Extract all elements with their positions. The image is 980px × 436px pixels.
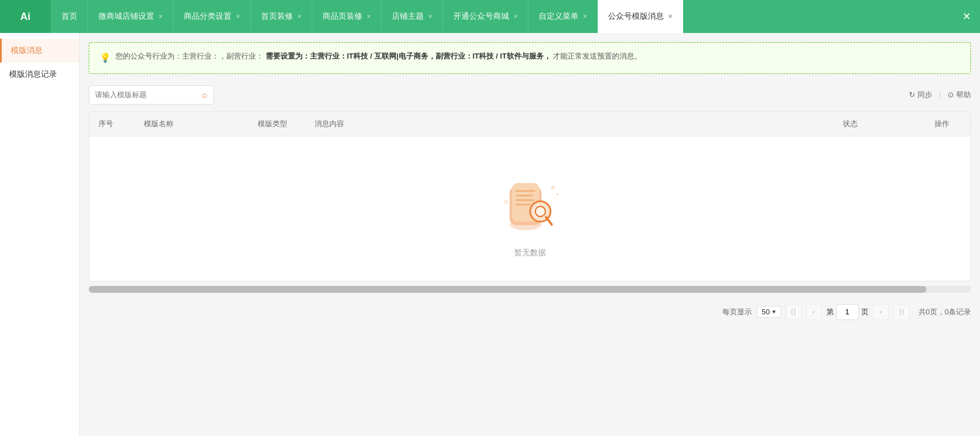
divider: | <box>939 90 941 99</box>
tab-close-home-decor[interactable]: × <box>297 13 301 20</box>
tab-shop-theme[interactable]: 店铺主题× <box>382 0 443 33</box>
tabs-container: 首页微商城店铺设置×商品分类设置×首页装修×商品页装修×店铺主题×开通公众号商城… <box>51 0 953 33</box>
chevron-down-icon: ▾ <box>772 308 776 315</box>
last-page-button[interactable]: ⟩⟩ <box>894 304 909 320</box>
prev-page-button[interactable]: ‹ <box>806 304 822 320</box>
sync-button[interactable]: ↻ 同步 <box>909 90 932 100</box>
app-logo: Ai <box>0 0 51 33</box>
tab-close-product-decor[interactable]: × <box>367 13 371 20</box>
col-header-status: 状态 <box>834 112 913 136</box>
tab-product-decor[interactable]: 商品页装修× <box>312 0 382 33</box>
svg-point-12 <box>556 193 559 196</box>
page-suffix: 页 <box>861 307 869 317</box>
tab-close-shop-theme[interactable]: × <box>428 13 432 20</box>
first-page-button[interactable]: ⟨⟨ <box>785 304 801 320</box>
pagination: 每页显示 50 ▾ ⟨⟨ ‹ 第 页 › ⟩⟩ 共0页，0条记录 <box>89 297 971 322</box>
col-header-name: 模版名称 <box>135 112 249 136</box>
main-layout: 模版消息模版消息记录 💡 您的公众号行业为：主营行业：，副营行业： 需要设置为：… <box>0 33 980 436</box>
svg-point-13 <box>504 200 508 204</box>
help-icon: ⊙ <box>948 90 954 99</box>
page-input-wrap: 第 页 <box>826 304 869 320</box>
sync-icon: ↻ <box>909 90 915 99</box>
search-input-wrap: ⌕ <box>89 85 214 105</box>
empty-text: 暂无数据 <box>514 248 546 258</box>
tab-template-msg[interactable]: 公众号模版消息× <box>598 0 683 33</box>
empty-illustration <box>496 171 564 239</box>
notice-icon: 💡 <box>100 51 111 65</box>
search-input[interactable] <box>95 90 199 99</box>
tab-home-decor[interactable]: 首页装修× <box>251 0 312 33</box>
next-page-button[interactable]: › <box>873 304 889 320</box>
sidebar: 模版消息模版消息记录 <box>0 33 80 436</box>
help-button[interactable]: ⊙ 帮助 <box>948 90 971 100</box>
search-button[interactable]: ⌕ <box>202 90 208 100</box>
col-header-seq: 序号 <box>89 112 135 136</box>
col-header-type: 模版类型 <box>249 112 305 136</box>
scrollbar-area[interactable] <box>89 286 971 293</box>
tab-open-mall[interactable]: 开通公众号商城× <box>443 0 528 33</box>
notice-text: 您的公众号行业为：主营行业：，副营行业： 需要设置为：主营行业：IT科技 / 互… <box>115 51 642 63</box>
tab-close-open-mall[interactable]: × <box>514 13 518 20</box>
tab-bar: Ai 首页微商城店铺设置×商品分类设置×首页装修×商品页装修×店铺主题×开通公众… <box>0 0 980 33</box>
total-text: 共0页，0条记录 <box>919 307 971 317</box>
page-size-label: 每页显示 <box>722 307 752 317</box>
toolbar-right: ↻ 同步 | ⊙ 帮助 <box>909 90 971 100</box>
tab-category-settings[interactable]: 商品分类设置× <box>173 0 251 33</box>
tab-home[interactable]: 首页 <box>51 0 88 33</box>
tab-custom-menu[interactable]: 自定义菜单× <box>528 0 598 33</box>
search-bar: ⌕ ↻ 同步 | ⊙ 帮助 <box>89 85 971 105</box>
page-size-select[interactable]: 50 ▾ <box>756 306 780 318</box>
col-header-action: 操作 <box>913 112 970 136</box>
tab-close-shop-settings[interactable]: × <box>159 13 163 20</box>
close-all-button[interactable]: ✕ <box>953 0 980 33</box>
sidebar-item-template-msg[interactable]: 模版消息 <box>0 39 79 63</box>
table: 序号 模版名称 模版类型 消息内容 状态 操作 <box>89 111 971 281</box>
tab-close-template-msg[interactable]: × <box>668 13 672 20</box>
tab-close-custom-menu[interactable]: × <box>583 13 587 20</box>
page-input[interactable] <box>836 304 859 320</box>
tab-shop-settings[interactable]: 微商城店铺设置× <box>88 0 173 33</box>
svg-point-11 <box>551 186 555 189</box>
notice-box: 💡 您的公众号行业为：主营行业：，副营行业： 需要设置为：主营行业：IT科技 /… <box>89 42 971 74</box>
tab-close-category-settings[interactable]: × <box>236 13 240 20</box>
col-header-content: 消息内容 <box>305 112 834 136</box>
scrollbar-thumb[interactable] <box>89 286 927 293</box>
sidebar-items: 模版消息模版消息记录 <box>0 39 79 86</box>
main-content: 💡 您的公众号行业为：主营行业：，副营行业： 需要设置为：主营行业：IT科技 /… <box>80 33 980 436</box>
table-header: 序号 模版名称 模版类型 消息内容 状态 操作 <box>89 112 970 136</box>
sidebar-item-template-msg-record[interactable]: 模版消息记录 <box>0 63 79 86</box>
page-label: 第 <box>826 307 834 317</box>
empty-state: 暂无数据 <box>89 136 970 281</box>
